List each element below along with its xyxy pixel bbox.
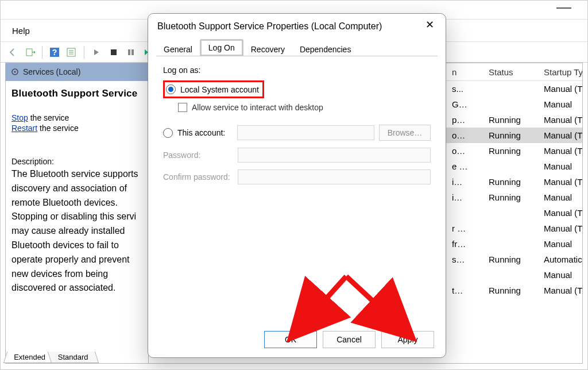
dialog-title: Bluetooth Support Service Properties (Lo… — [157, 21, 382, 32]
cancel-button[interactable]: Cancel — [323, 331, 376, 348]
cell-type: Manual (Trigg… — [539, 84, 582, 94]
cell-status: Running — [484, 192, 539, 202]
close-icon[interactable]: ✕ — [423, 20, 436, 33]
properties-dialog: Bluetooth Support Service Properties (Lo… — [148, 13, 446, 358]
cell-name: e … — [447, 161, 484, 171]
svg-text:?: ? — [52, 48, 57, 57]
password-label: Password: — [163, 151, 232, 160]
col-startup-type[interactable]: Startup Type — [539, 67, 582, 77]
cell-name: t… — [447, 286, 484, 295]
tab-log-on[interactable]: Log On — [200, 39, 243, 56]
cell-status: Running — [484, 286, 539, 295]
cell-type: Manual (Trigg… — [539, 115, 582, 125]
col-name[interactable]: n — [447, 67, 484, 77]
back-icon[interactable] — [5, 45, 20, 60]
ok-button[interactable]: OK — [264, 331, 317, 348]
cell-name: p… — [447, 115, 484, 125]
play-icon[interactable] — [89, 45, 104, 60]
description-label: Description: — [11, 157, 142, 166]
dialog-titlebar: Bluetooth Support Service Properties (Lo… — [148, 14, 446, 39]
tab-dependencies[interactable]: Dependencies — [292, 42, 359, 56]
radio-local-system[interactable] — [166, 84, 176, 94]
cell-name: s... — [447, 84, 484, 94]
tab-general[interactable]: General — [156, 42, 200, 56]
tab-standard[interactable]: Standard — [48, 352, 99, 363]
cell-type: Automatic (D… — [539, 255, 582, 264]
cell-type: Manual — [539, 270, 582, 280]
cell-name: o… — [447, 130, 484, 140]
forward-icon[interactable] — [22, 45, 37, 60]
detail-header-label: Services (Local) — [23, 67, 80, 76]
apply-button[interactable]: Apply — [381, 331, 434, 348]
local-system-label: Local System account — [180, 85, 259, 94]
service-name: Bluetooth Support Service — [11, 88, 142, 99]
services-window: Help ? Services (Local) Bluetooth Suppor… — [0, 0, 588, 370]
cell-status: Running — [484, 255, 539, 264]
cell-type: Manual (Trigg… — [539, 223, 582, 233]
svg-rect-9 — [131, 49, 134, 55]
cell-name: r … — [447, 223, 484, 233]
browse-button[interactable]: Browse… — [379, 125, 431, 141]
account-input[interactable] — [237, 125, 374, 140]
cell-status: Running — [484, 146, 539, 156]
dialog-buttons: OK Cancel Apply — [264, 331, 434, 348]
svg-point-12 — [14, 71, 16, 73]
detail-pane: Services (Local) Bluetooth Support Servi… — [6, 63, 149, 363]
stop-service-line: Stop the service — [11, 113, 142, 122]
cell-type: Manual (Trigg… — [539, 177, 582, 187]
stop-icon[interactable] — [106, 45, 121, 60]
cell-status: Running — [484, 115, 539, 125]
restart-link[interactable]: Restart — [11, 124, 37, 133]
cell-name: s… — [447, 255, 484, 264]
cell-type: Manual (Trigg… — [539, 130, 582, 140]
cell-name: G… — [447, 99, 484, 109]
dialog-body: Log on as: Local System account Allow se… — [148, 56, 446, 201]
pause-icon[interactable] — [123, 45, 138, 60]
col-status[interactable]: Status — [484, 67, 539, 77]
help-icon[interactable]: ? — [47, 45, 62, 60]
cell-type: Manual — [539, 99, 582, 109]
cell-name: i… — [447, 177, 484, 187]
allow-interact-label: Allow service to interact with desktop — [192, 103, 323, 112]
cell-type: Manual (Trigg… — [539, 208, 582, 218]
svg-rect-7 — [111, 49, 117, 55]
description-text: The Bluetooth service supports discovery… — [11, 167, 142, 295]
confirm-password-label: Confirm password: — [163, 172, 232, 182]
cell-name: o… — [447, 146, 484, 156]
password-input[interactable] — [238, 148, 431, 163]
confirm-password-input[interactable] — [238, 169, 431, 184]
cell-type: Manual — [539, 239, 582, 249]
properties-icon[interactable] — [64, 45, 79, 60]
cell-type: Manual (Trigg… — [539, 146, 582, 156]
stop-link[interactable]: Stop — [11, 113, 28, 122]
cell-type: Manual — [539, 192, 582, 202]
cell-name: i… — [447, 192, 484, 202]
menu-help[interactable]: Help — [12, 26, 30, 36]
cell-type: Manual — [539, 161, 582, 171]
svg-rect-0 — [26, 49, 32, 56]
cell-type: Manual (Trigg… — [539, 286, 582, 295]
allow-interact-option[interactable]: Allow service to interact with desktop — [178, 103, 431, 112]
dialog-tabs: General Log On Recovery Dependencies — [148, 39, 446, 56]
gear-icon — [10, 67, 20, 76]
local-system-option[interactable]: Local System account — [163, 80, 264, 98]
detail-header: Services (Local) — [6, 63, 148, 81]
logon-as-label: Log on as: — [163, 65, 431, 75]
minimize-icon[interactable] — [556, 7, 571, 9]
svg-rect-8 — [128, 49, 130, 55]
this-account-label: This account: — [177, 128, 233, 137]
restart-service-line: Restart the service — [11, 124, 142, 133]
detail-tabs: Extended Standard — [5, 347, 148, 363]
cell-status: Running — [484, 177, 539, 187]
cell-status: Running — [484, 130, 539, 140]
checkbox-allow-interact[interactable] — [178, 103, 187, 112]
tab-recovery[interactable]: Recovery — [243, 42, 292, 56]
radio-this-account[interactable] — [163, 128, 173, 138]
cell-name: fr… — [447, 239, 484, 249]
